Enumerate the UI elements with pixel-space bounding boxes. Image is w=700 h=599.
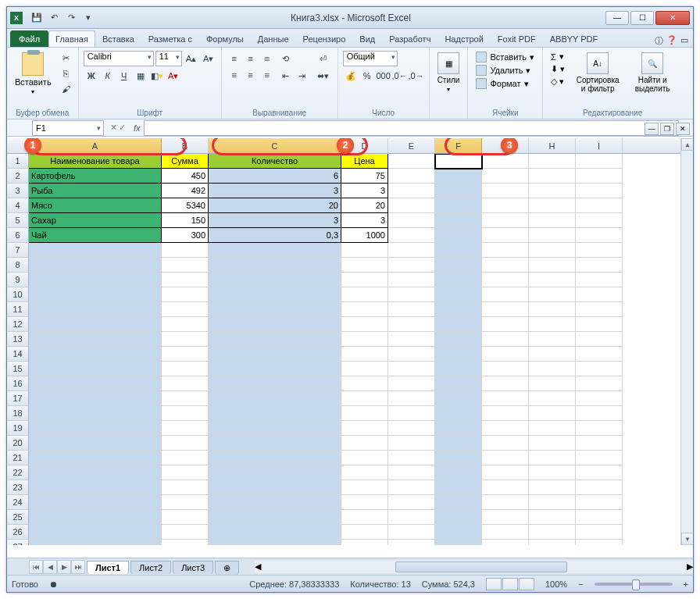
cell-B17[interactable] [162,391,209,406]
cell-F11[interactable] [435,302,482,317]
save-button[interactable]: 💾 [29,10,45,26]
cell-A4[interactable]: Мясо [29,198,162,213]
horizontal-scrollbar[interactable]: ◀ ▶ [255,561,693,573]
align-right-icon[interactable]: ≡ [259,67,275,83]
tab-foxit[interactable]: Foxit PDF [491,30,543,47]
cell-H8[interactable] [529,258,576,273]
scroll-up-icon[interactable]: ▲ [681,138,693,151]
scroll-right-icon[interactable]: ▶ [687,562,693,572]
cell-G25[interactable] [482,510,529,525]
sheet-nav-prev-icon[interactable]: ◀ [43,560,57,574]
cell-G22[interactable] [482,465,529,480]
cell-D2[interactable]: 75 [341,169,388,184]
cell-I23[interactable] [576,480,623,495]
cell-B27[interactable] [162,540,209,545]
column-header-G[interactable]: G [482,138,529,153]
cell-D20[interactable] [341,436,388,451]
cell-B15[interactable] [162,362,209,376]
column-header-D[interactable]: D [341,138,388,153]
row-header-3[interactable]: 3 [7,184,29,198]
cell-I13[interactable] [576,332,623,347]
cell-E2[interactable] [388,169,435,184]
cell-E19[interactable] [388,421,435,436]
cell-B9[interactable] [162,273,209,287]
cell-C14[interactable] [209,347,341,362]
cell-I21[interactable] [576,451,623,465]
cell-A12[interactable] [29,317,162,332]
cell-C22[interactable] [209,465,341,480]
name-box[interactable]: F1 [32,120,104,136]
increase-indent-icon[interactable]: ⇥ [295,68,310,84]
cell-D11[interactable] [341,302,388,317]
underline-button[interactable]: Ч [116,68,132,84]
close-button[interactable]: ✕ [655,11,690,25]
sort-filter-button[interactable]: A↓ Сортировка и фильтр [571,51,624,94]
cell-E11[interactable] [388,302,435,317]
cell-I6[interactable] [576,228,623,243]
cell-I27[interactable] [576,540,623,545]
cell-F22[interactable] [435,465,482,480]
cell-G11[interactable] [482,302,529,317]
cell-G23[interactable] [482,480,529,495]
cell-G12[interactable] [482,317,529,332]
cell-F8[interactable] [435,258,482,273]
cell-D7[interactable] [341,243,388,258]
cell-G7[interactable] [482,243,529,258]
cell-D18[interactable] [341,406,388,421]
bold-button[interactable]: Ж [84,68,99,84]
cell-H25[interactable] [529,510,576,525]
cell-B11[interactable] [162,302,209,317]
format-painter-button[interactable]: 🖌 [59,82,73,96]
row-header-15[interactable]: 15 [7,362,29,376]
row-header-26[interactable]: 26 [7,525,29,540]
cell-H7[interactable] [529,243,576,258]
row-header-13[interactable]: 13 [7,332,29,347]
cell-F2[interactable] [435,169,482,184]
copy-button[interactable]: ⎘ [59,66,73,80]
comma-icon[interactable]: 000 [376,68,391,84]
row-header-11[interactable]: 11 [7,302,29,317]
cell-F23[interactable] [435,480,482,495]
cell-D12[interactable] [341,317,388,332]
scroll-down-icon[interactable]: ▼ [681,533,693,545]
view-pagebreak-button[interactable] [519,578,534,590]
cell-C9[interactable] [209,273,341,287]
maximize-button[interactable]: ☐ [630,11,654,25]
cell-A11[interactable] [29,302,162,317]
column-header-C[interactable]: C [209,138,341,153]
cell-C25[interactable] [209,510,341,525]
cell-C1[interactable]: Количество [209,154,341,169]
fill-button[interactable]: ⬇ ▾ [548,63,568,75]
cell-A9[interactable] [29,273,162,287]
cell-I26[interactable] [576,525,623,540]
paste-button[interactable]: Вставить ▾ [12,51,55,97]
cell-F24[interactable] [435,495,482,510]
cell-F3[interactable] [435,184,482,198]
cell-H22[interactable] [529,465,576,480]
row-header-7[interactable]: 7 [7,243,29,258]
cell-D13[interactable] [341,332,388,347]
shrink-font-icon[interactable]: A▾ [201,51,216,66]
cell-C13[interactable] [209,332,341,347]
cell-E16[interactable] [388,376,435,391]
cell-G3[interactable] [482,184,529,198]
cell-A18[interactable] [29,406,162,421]
cell-B1[interactable]: Сумма [162,154,209,169]
cell-A8[interactable] [29,258,162,273]
cell-D14[interactable] [341,347,388,362]
cell-D9[interactable] [341,273,388,287]
cell-H13[interactable] [529,332,576,347]
cell-C20[interactable] [209,436,341,451]
cell-A17[interactable] [29,391,162,406]
cell-E13[interactable] [388,332,435,347]
cell-D23[interactable] [341,480,388,495]
cell-F9[interactable] [435,273,482,287]
cell-B24[interactable] [162,495,209,510]
cell-B2[interactable]: 450 [162,169,209,184]
cell-B5[interactable]: 150 [162,213,209,228]
increase-decimal-icon[interactable]: ,0← [392,68,408,84]
tab-insert[interactable]: Вставка [95,30,141,47]
cell-D24[interactable] [341,495,388,510]
cell-C16[interactable] [209,376,341,391]
cell-B19[interactable] [162,421,209,436]
